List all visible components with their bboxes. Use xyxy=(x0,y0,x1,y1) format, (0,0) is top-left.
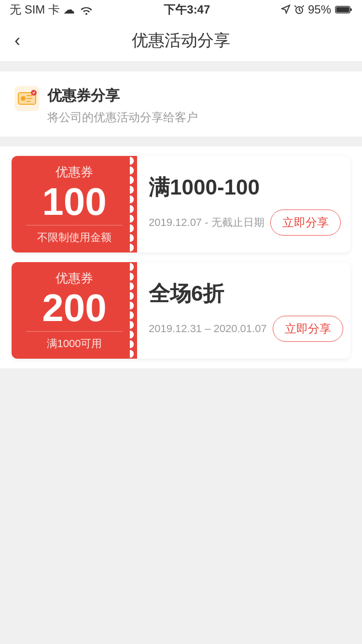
wifi-icon xyxy=(80,4,93,15)
coupon-divider-0 xyxy=(26,225,123,225)
page-title: 优惠活动分享 xyxy=(132,29,230,52)
battery-icon xyxy=(335,5,352,14)
coupon-right-1: 全场6折 2019.12.31 – 2020.01.07 立即分享 xyxy=(137,262,350,359)
coupon-list: 优惠券 100 不限制使用金额 满1000-100 2019.12.07 - 无… xyxy=(0,146,362,368)
coupon-label-0: 优惠券 xyxy=(56,164,93,181)
section-subtitle: 将公司的优惠活动分享给客户 xyxy=(47,110,198,125)
coupon-condition-0: 不限制使用金额 xyxy=(37,230,111,245)
share-button-1[interactable]: 立即分享 xyxy=(273,316,343,342)
status-bar-left: 无 SIM 卡 ☁ xyxy=(10,2,93,17)
back-button[interactable]: ‹ xyxy=(14,30,20,51)
coupon-left-1: 优惠券 200 满1000可用 xyxy=(12,262,137,359)
coupon-name-1: 全场6折 xyxy=(149,280,339,308)
svg-point-6 xyxy=(21,96,26,101)
coupon-name-0: 满1000-100 xyxy=(149,173,339,202)
coupon-item: 优惠券 200 满1000可用 全场6折 2019.12.31 – 2020.0… xyxy=(12,262,350,359)
coupon-divider-1 xyxy=(26,331,123,332)
coupon-date-1: 2019.12.31 – 2020.01.07 xyxy=(149,322,267,335)
coupon-date-0: 2019.12.07 - 无截止日期 xyxy=(149,215,265,230)
status-bar-time: 下午3:47 xyxy=(164,2,210,17)
status-bar-right: 95% xyxy=(281,3,352,16)
alarm-icon xyxy=(294,4,304,15)
coupon-amount-0: 100 xyxy=(42,182,106,221)
location-icon xyxy=(281,4,291,15)
coupon-share-icon xyxy=(14,86,40,111)
coupon-meta-1: 2019.12.31 – 2020.01.07 立即分享 xyxy=(149,316,339,342)
battery-label: 95% xyxy=(308,3,331,16)
coupon-item: 优惠券 100 不限制使用金额 满1000-100 2019.12.07 - 无… xyxy=(12,156,350,252)
svg-rect-2 xyxy=(336,7,349,13)
coupon-left-0: 优惠券 100 不限制使用金额 xyxy=(12,156,137,252)
nav-bar: ‹ 优惠活动分享 xyxy=(0,19,362,62)
no-sim-label: 无 SIM 卡 ☁ xyxy=(10,2,75,17)
section-header: 优惠券分享 将公司的优惠活动分享给客户 xyxy=(0,71,362,137)
section-title: 优惠券分享 xyxy=(47,86,198,106)
coupon-label-1: 优惠券 xyxy=(56,270,93,287)
share-button-0[interactable]: 立即分享 xyxy=(270,210,341,236)
status-bar: 无 SIM 卡 ☁ 下午3:47 95% xyxy=(0,0,362,19)
coupon-amount-1: 200 xyxy=(42,289,106,327)
background-fill xyxy=(0,368,362,644)
coupon-meta-0: 2019.12.07 - 无截止日期 立即分享 xyxy=(149,210,339,236)
section-title-group: 优惠券分享 将公司的优惠活动分享给客户 xyxy=(47,86,198,125)
coupon-right-0: 满1000-100 2019.12.07 - 无截止日期 立即分享 xyxy=(137,156,350,252)
coupon-condition-1: 满1000可用 xyxy=(47,336,102,351)
